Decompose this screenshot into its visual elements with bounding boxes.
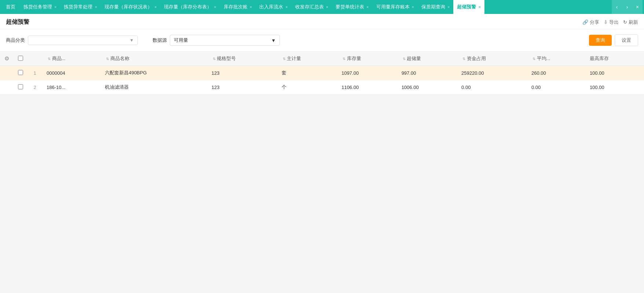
page-header: 超储预警 🔗 分享 ⇩ 导出 ↻ 刷新 — [0, 14, 644, 29]
select-all-checkbox[interactable] — [18, 56, 23, 61]
table-row: 1 0000004 六配套新昌490BPG 123 套 1097.00 997.… — [0, 66, 644, 80]
gear-icon[interactable]: ⚙ — [4, 55, 9, 62]
rownum-column-header — [28, 52, 42, 66]
row-product-name: 机油滤清器 — [100, 80, 207, 94]
product-name-column-header[interactable]: ⇅ 商品名称 — [100, 52, 207, 66]
nav-arrows: ‹ › × — [612, 0, 643, 14]
row-stock: 1106.00 — [337, 80, 397, 94]
sort-icon: ⇅ — [106, 57, 109, 61]
datasource-select-value: 可用量 — [174, 37, 188, 44]
table-body: 1 0000004 六配套新昌490BPG 123 套 1097.00 997.… — [0, 66, 644, 94]
sort-icon: ⇅ — [462, 57, 465, 61]
row-checkbox-cell[interactable] — [14, 80, 28, 94]
close-icon[interactable]: × — [54, 5, 56, 9]
row-average: 260.00 — [527, 66, 585, 80]
chevron-down-icon: ▼ — [271, 38, 276, 43]
row-over-stock: 1006.00 — [397, 80, 457, 94]
sort-icon: ⇅ — [343, 57, 345, 61]
datasource-label: 数据源 — [153, 37, 167, 44]
table-row: 2 186-10... 机油滤清器 123 个 1106.00 1006.00 … — [0, 80, 644, 94]
export-icon: ⇩ — [604, 19, 608, 25]
close-icon[interactable]: × — [412, 5, 414, 9]
close-icon[interactable]: × — [95, 5, 97, 9]
page-content: 超储预警 🔗 分享 ⇩ 导出 ↻ 刷新 商品分类 ▼ 数据源 — [0, 14, 644, 94]
row-over-stock: 997.00 — [397, 66, 457, 80]
row-product-code: 0000004 — [42, 66, 100, 80]
close-icon[interactable]: × — [478, 5, 480, 9]
nav-tab-summary[interactable]: 收发存汇总表 × — [292, 0, 332, 14]
close-icon[interactable]: × — [285, 5, 288, 9]
stock-column-header[interactable]: ⇅ 库存量 — [337, 52, 397, 66]
over-stock-column-header[interactable]: ⇅ 超储量 — [397, 52, 457, 66]
row-spec: 123 — [207, 66, 277, 80]
row-number: 2 — [28, 80, 42, 94]
spec-column-header[interactable]: ⇅ 规格型号 — [207, 52, 277, 66]
share-button[interactable]: 🔗 分享 — [582, 19, 599, 26]
close-icon[interactable]: × — [447, 5, 450, 9]
capital-column-header[interactable]: ⇅ 资金占用 — [457, 52, 527, 66]
data-table: ⚙ ⇅ 商品... ⇅ 商品名称 ⇅ — [0, 52, 644, 94]
nav-tab-quality-query[interactable]: 保质期查询 × — [418, 0, 453, 14]
checkbox-column-header[interactable] — [14, 52, 28, 66]
nav-arrow-left[interactable]: ‹ — [612, 0, 622, 14]
datasource-filter: 数据源 可用量 ▼ — [153, 35, 280, 46]
top-navigation: 首页 拣货任务管理 × 拣货异常处理 × 现存量（库存状况表） × 现存量（库存… — [0, 0, 644, 14]
product-code-column-header[interactable]: ⇅ 商品... — [42, 52, 100, 66]
nav-tab-inventory-batch[interactable]: 库存批次账 × — [220, 0, 256, 14]
row-capital-occupy: 259220.00 — [457, 66, 527, 80]
nav-tab-overstock[interactable]: 超储预警 × — [453, 0, 484, 14]
row-unit: 个 — [277, 80, 337, 94]
category-label: 商品分类 — [6, 37, 25, 44]
row-spec: 123 — [207, 80, 277, 94]
close-icon[interactable]: × — [326, 5, 328, 9]
row-checkbox-cell[interactable] — [14, 66, 28, 80]
sort-icon: ⇅ — [48, 57, 51, 61]
datasource-select[interactable]: 可用量 ▼ — [170, 35, 280, 46]
share-icon: 🔗 — [582, 19, 588, 25]
close-icon[interactable]: × — [366, 5, 369, 9]
chevron-down-icon: ▼ — [129, 38, 134, 43]
row-unit: 套 — [277, 66, 337, 80]
nav-tab-pickers-exception[interactable]: 拣货异常处理 × — [60, 0, 100, 14]
row-max-stock: 100.00 — [585, 80, 644, 94]
nav-tab-pickers-task[interactable]: 拣货任务管理 × — [20, 0, 60, 14]
close-icon[interactable]: × — [214, 5, 216, 9]
sort-icon: ⇅ — [283, 57, 286, 61]
sort-icon: ⇅ — [533, 57, 535, 61]
nav-tab-flow[interactable]: 出入库流水 × — [256, 0, 291, 14]
table-wrap: ⚙ ⇅ 商品... ⇅ 商品名称 ⇅ — [0, 52, 644, 94]
row-average: 0.00 — [527, 80, 585, 94]
nav-arrow-close[interactable]: × — [632, 0, 643, 14]
row-stock: 1097.00 — [337, 66, 397, 80]
refresh-button[interactable]: ↻ 刷新 — [623, 19, 638, 26]
nav-arrow-right[interactable]: › — [622, 0, 632, 14]
settings-button[interactable]: 设置 — [615, 34, 638, 46]
nav-tab-inventory-dist[interactable]: 现存量（库存分布表） × — [160, 0, 220, 14]
row-max-stock: 100.00 — [585, 66, 644, 80]
filter-area: 商品分类 ▼ 数据源 可用量 ▼ 查询 设置 — [0, 29, 644, 52]
row-checkbox[interactable] — [18, 70, 23, 75]
nav-tab-inventory-status[interactable]: 现存量（库存状况表） × — [101, 0, 160, 14]
gear-column-header[interactable]: ⚙ — [0, 52, 14, 66]
row-checkbox[interactable] — [18, 84, 23, 89]
close-icon[interactable]: × — [250, 5, 252, 9]
nav-tab-available-inventory[interactable]: 可用量库存账本 × — [373, 0, 418, 14]
refresh-icon: ↻ — [623, 19, 627, 25]
nav-home[interactable]: 首页 — [1, 0, 20, 14]
action-buttons: 查询 设置 — [589, 34, 638, 46]
max-stock-column-header[interactable]: 最高库存 — [585, 52, 644, 66]
category-filter: 商品分类 ▼ — [6, 36, 138, 45]
average-column-header[interactable]: ⇅ 平均... — [527, 52, 585, 66]
unit-column-header[interactable]: ⇅ 主计量 — [277, 52, 337, 66]
export-button[interactable]: ⇩ 导出 — [604, 19, 619, 26]
row-product-code: 186-10... — [42, 80, 100, 94]
query-button[interactable]: 查询 — [589, 35, 612, 46]
category-select[interactable]: ▼ — [28, 36, 138, 45]
nav-tab-demand-stats[interactable]: 要货单统计表 × — [332, 0, 372, 14]
sort-icon: ⇅ — [403, 57, 406, 61]
row-gear-cell — [0, 80, 14, 94]
close-icon[interactable]: × — [154, 5, 157, 9]
row-gear-cell — [0, 66, 14, 80]
table-header-row: ⚙ ⇅ 商品... ⇅ 商品名称 ⇅ — [0, 52, 644, 66]
row-number: 1 — [28, 66, 42, 80]
